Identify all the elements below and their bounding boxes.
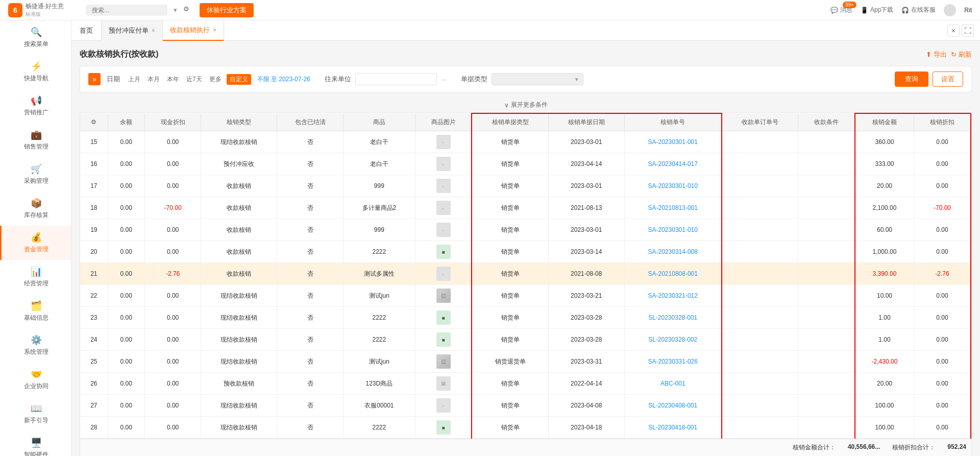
table-cell: 2023-03-21	[548, 285, 624, 307]
sidebar-item-basic-info[interactable]: 🗂️ 基础信息	[0, 294, 71, 328]
messages-button[interactable]: 💬 消息 99+	[830, 6, 852, 14]
dropdown-chevron-icon[interactable]: ▾	[174, 6, 177, 14]
tab-end-buttons: × ⛶	[947, 25, 980, 37]
sidebar-item-guide[interactable]: 📖 新手引导	[0, 397, 71, 431]
cancel-bill-no-link[interactable]: SA-20230321-012	[648, 292, 698, 299]
settings-gear-icon[interactable]: ⚙	[183, 5, 193, 15]
cancel-amount-cell: -2,430.00	[855, 351, 914, 373]
app-download-button[interactable]: 📱 App下载	[861, 6, 893, 14]
page-title-bar: 收款核销执行(按收款) ⬆ 导出 ↻ 刷新	[80, 49, 972, 60]
query-button[interactable]: 查询	[895, 71, 928, 87]
single-type-select[interactable]	[492, 73, 583, 85]
tab-prepay[interactable]: 预付冲应付单 ×	[102, 20, 163, 41]
sidebar-item-hardware[interactable]: 🖥️ 智能硬件	[0, 431, 71, 456]
tab-receipt-cancel[interactable]: 收款核销执行 ×	[163, 20, 224, 41]
date-custom[interactable]: 自定义	[227, 74, 251, 85]
sidebar-item-finance[interactable]: 💰 资金管理	[0, 226, 71, 260]
table-cell: 测试多属性	[344, 263, 415, 285]
goods-image-thumb: -	[436, 135, 451, 149]
cancel-bill-no-link[interactable]: SA-20230301-001	[648, 138, 698, 146]
cancel-discount-cell: -70.00	[914, 197, 971, 219]
expand-more-button[interactable]: ∨ 展开更多条件	[504, 101, 548, 109]
cancel-discount-cell: 0.00	[914, 153, 971, 175]
cancel-bill-no-link[interactable]: SL-20230418-001	[648, 424, 697, 431]
cancel-bill-no-link[interactable]: SA-20230414-017	[648, 160, 698, 167]
industry-solution-button[interactable]: 休验行业方案	[200, 3, 254, 17]
inventory-icon: 📦	[31, 198, 42, 209]
date-last-month[interactable]: 上月	[126, 74, 142, 85]
cancel-bill-no-link[interactable]: SA-20210813-001	[648, 204, 698, 211]
from-unit-input[interactable]	[355, 73, 437, 85]
date-this-month[interactable]: 本月	[145, 74, 162, 85]
setting-button[interactable]: 设置	[933, 71, 963, 87]
table-cell: 现结收款核销	[201, 307, 277, 329]
table-header-row: ⚙ 余额 现金折扣 核销类型 包含已结清 商品 商品图片 核销单据类型 核销单据…	[80, 113, 971, 131]
sidebar-item-marketing[interactable]: 📢 营销推广	[0, 89, 71, 123]
table-cell: 0.00	[108, 263, 144, 285]
expand-more-label: 展开更多条件	[511, 101, 548, 109]
basic-info-icon: 🗂️	[31, 300, 42, 311]
col-header-receipt-condition: 收款条件	[798, 113, 855, 131]
cancel-bill-no-link[interactable]: SA-20210808-001	[648, 270, 698, 277]
sidebar-item-shortcut[interactable]: ⚡ 快捷导航	[0, 55, 71, 89]
single-type-select-wrap	[492, 73, 583, 85]
table-cell	[722, 373, 798, 395]
goods-img-cell: -	[415, 263, 472, 285]
table-cell: 2023-03-31	[548, 351, 624, 373]
cancel-bill-no-cell: SA-20230331-026	[624, 351, 722, 373]
table-cell: 否	[277, 175, 344, 197]
online-service-button[interactable]: 🎧 在线客服	[901, 6, 936, 14]
table-cell: 26	[80, 373, 108, 395]
cancel-bill-no-link[interactable]: SA-20230301-010	[648, 226, 698, 233]
tab-prepay-close-icon[interactable]: ×	[152, 27, 155, 34]
cancel-bill-no-link[interactable]: ABC-001	[660, 380, 685, 387]
tab-close-button[interactable]: ×	[947, 25, 960, 37]
table-row: 210.00-2.76收款核销否测试多属性-销货单2021-08-08SA-20…	[80, 263, 971, 285]
col-header-include-settled: 包含已结清	[277, 113, 344, 131]
table-cell: 否	[277, 153, 344, 175]
sidebar-item-enterprise[interactable]: 🤝 企业协同	[0, 363, 71, 397]
table-cell	[798, 395, 855, 417]
avatar[interactable]	[944, 4, 956, 16]
date-this-year[interactable]: 本年	[165, 74, 181, 85]
date-quick-links: 上月 本月 本年 近7天 更多 自定义	[126, 74, 251, 85]
goods-image-thumb: -	[436, 179, 451, 193]
tab-home[interactable]: 首页	[71, 20, 102, 41]
table-cell: 否	[277, 307, 344, 329]
sidebar-item-sales[interactable]: 💼 销售管理	[0, 123, 71, 157]
cancel-bill-no-link[interactable]: SA-20230314-008	[648, 248, 698, 255]
sidebar-item-operations[interactable]: 📊 经营管理	[0, 260, 71, 294]
cancel-discount-cell: 0.00	[914, 219, 971, 241]
tab-receipt-cancel-close-icon[interactable]: ×	[213, 27, 216, 34]
sidebar-item-inventory[interactable]: 📦 库存核算	[0, 191, 71, 226]
cancel-bill-no-link[interactable]: SL-20230328-001	[648, 314, 697, 321]
cancel-bill-no-link[interactable]: SA-20230331-026	[648, 358, 698, 365]
export-button[interactable]: ⬆ 导出	[926, 50, 947, 59]
date-more[interactable]: 更多	[207, 74, 224, 85]
table-cell: 999	[344, 175, 415, 197]
table-cell: 0.00	[108, 241, 144, 263]
sidebar-item-system[interactable]: ⚙️ 系统管理	[0, 328, 71, 363]
col-header-settings[interactable]: ⚙	[80, 113, 108, 131]
table-cell: 2023-04-08	[548, 395, 624, 417]
top-search-input[interactable]	[86, 5, 167, 16]
col-header-cancel-type: 核销类型	[201, 113, 277, 131]
goods-img-cell: ■	[415, 307, 472, 329]
sidebar-item-purchase[interactable]: 🛒 采购管理	[0, 157, 71, 191]
filter-toggle-button[interactable]: »	[88, 73, 101, 85]
table-cell: 2021-08-08	[548, 263, 624, 285]
cancel-bill-type-cell: 销货单	[472, 329, 548, 351]
col-header-cash-discount: 现金折扣	[144, 113, 201, 131]
date-7days[interactable]: 近7天	[184, 74, 204, 85]
from-unit-ellipsis-icon[interactable]: ···	[441, 76, 447, 83]
cancel-bill-no-cell: SA-20210808-001	[624, 263, 722, 285]
cancel-amount-cell: 20.00	[855, 373, 914, 395]
cancel-bill-no-link[interactable]: SL-20230328-002	[648, 336, 697, 343]
tab-expand-button[interactable]: ⛶	[962, 25, 974, 37]
sidebar-item-search[interactable]: 🔍 搜索菜单	[0, 20, 71, 55]
table-row: 150.000.00现结收款核销否老白干-销货单2023-03-01SA-202…	[80, 131, 971, 153]
cancel-bill-no-link[interactable]: SA-20230301-010	[648, 182, 698, 189]
cancel-bill-no-link[interactable]: SL-20230408-001	[648, 402, 697, 409]
table-cell	[722, 241, 798, 263]
refresh-button[interactable]: ↻ 刷新	[951, 50, 972, 59]
